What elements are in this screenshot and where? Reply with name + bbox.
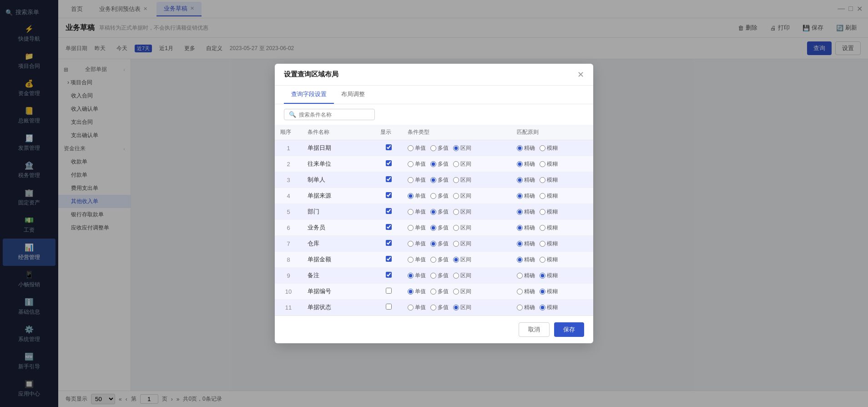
match-radio-fuzzy[interactable]: 模糊 [540, 144, 558, 152]
modal-save-button[interactable]: 保存 [554, 322, 584, 337]
cell-match[interactable]: 精确模糊 [511, 140, 593, 156]
type-radio-single[interactable]: 单值 [408, 144, 426, 152]
type-radio-range[interactable]: 区间 [453, 240, 471, 248]
cell-match[interactable]: 精确模糊 [511, 268, 593, 284]
type-radio-multi[interactable]: 多值 [430, 304, 449, 311]
type-radio-multi[interactable]: 多值 [430, 256, 449, 264]
cell-show[interactable] [375, 300, 402, 315]
show-checkbox[interactable] [386, 176, 392, 182]
show-checkbox[interactable] [386, 208, 392, 214]
type-radio-range[interactable]: 区间 [453, 144, 471, 152]
cell-match[interactable]: 精确模糊 [511, 172, 593, 188]
type-radio-multi[interactable]: 多值 [430, 176, 449, 184]
match-radio-fuzzy[interactable]: 模糊 [540, 240, 558, 248]
match-radio-fuzzy[interactable]: 模糊 [540, 176, 558, 184]
cell-type[interactable]: 单值多值区间 [402, 268, 511, 284]
type-radio-range[interactable]: 区间 [453, 256, 471, 264]
show-checkbox[interactable] [386, 240, 392, 246]
cell-show[interactable] [375, 172, 402, 188]
type-radio-multi[interactable]: 多值 [430, 192, 449, 200]
cell-show[interactable] [375, 204, 402, 220]
match-radio-exact[interactable]: 精确 [517, 304, 535, 311]
cell-show[interactable] [375, 252, 402, 268]
modal-tab-fields[interactable]: 查询字段设置 [284, 86, 334, 104]
type-radio-range[interactable]: 区间 [453, 192, 471, 200]
cell-match[interactable]: 精确模糊 [511, 188, 593, 204]
type-radio-single[interactable]: 单值 [408, 304, 426, 311]
match-radio-exact[interactable]: 精确 [517, 176, 535, 184]
cell-type[interactable]: 单值多值区间 [402, 204, 511, 220]
cell-match[interactable]: 精确模糊 [511, 300, 593, 315]
match-radio-exact[interactable]: 精确 [517, 160, 535, 168]
match-radio-exact[interactable]: 精确 [517, 192, 535, 200]
type-radio-single[interactable]: 单值 [408, 192, 426, 200]
type-radio-single[interactable]: 单值 [408, 256, 426, 264]
cell-match[interactable]: 精确模糊 [511, 284, 593, 300]
modal-cancel-button[interactable]: 取消 [519, 322, 550, 337]
type-radio-range[interactable]: 区间 [453, 272, 471, 280]
match-radio-exact[interactable]: 精确 [517, 224, 535, 232]
type-radio-single[interactable]: 单值 [408, 208, 426, 216]
type-radio-multi[interactable]: 多值 [430, 144, 449, 152]
show-checkbox[interactable] [386, 304, 392, 310]
cell-match[interactable]: 精确模糊 [511, 236, 593, 252]
cell-type[interactable]: 单值多值区间 [402, 284, 511, 300]
show-checkbox[interactable] [386, 272, 392, 278]
cell-show[interactable] [375, 220, 402, 236]
cell-match[interactable]: 精确模糊 [511, 252, 593, 268]
match-radio-fuzzy[interactable]: 模糊 [540, 256, 558, 264]
match-radio-fuzzy[interactable]: 模糊 [540, 288, 558, 295]
cell-type[interactable]: 单值多值区间 [402, 252, 511, 268]
cell-show[interactable] [375, 284, 402, 300]
type-radio-single[interactable]: 单值 [408, 288, 426, 295]
match-radio-exact[interactable]: 精确 [517, 256, 535, 264]
type-radio-multi[interactable]: 多值 [430, 224, 449, 232]
type-radio-single[interactable]: 单值 [408, 272, 426, 280]
cell-show[interactable] [375, 140, 402, 156]
modal-tab-layout[interactable]: 布局调整 [334, 86, 372, 104]
type-radio-multi[interactable]: 多值 [430, 272, 449, 280]
cell-match[interactable]: 精确模糊 [511, 156, 593, 172]
modal-search-input[interactable] [299, 112, 370, 118]
type-radio-range[interactable]: 区间 [453, 224, 471, 232]
type-radio-single[interactable]: 单值 [408, 240, 426, 248]
type-radio-single[interactable]: 单值 [408, 176, 426, 184]
cell-show[interactable] [375, 156, 402, 172]
cell-type[interactable]: 单值多值区间 [402, 172, 511, 188]
show-checkbox[interactable] [386, 256, 392, 262]
match-radio-fuzzy[interactable]: 模糊 [540, 192, 558, 200]
cell-type[interactable]: 单值多值区间 [402, 236, 511, 252]
match-radio-exact[interactable]: 精确 [517, 288, 535, 295]
type-radio-multi[interactable]: 多值 [430, 208, 449, 216]
type-radio-multi[interactable]: 多值 [430, 160, 449, 168]
match-radio-exact[interactable]: 精确 [517, 144, 535, 152]
match-radio-fuzzy[interactable]: 模糊 [540, 304, 558, 311]
type-radio-single[interactable]: 单值 [408, 160, 426, 168]
match-radio-fuzzy[interactable]: 模糊 [540, 224, 558, 232]
show-checkbox[interactable] [386, 160, 392, 166]
type-radio-range[interactable]: 区间 [453, 176, 471, 184]
match-radio-exact[interactable]: 精确 [517, 240, 535, 248]
type-radio-range[interactable]: 区间 [453, 304, 471, 311]
type-radio-multi[interactable]: 多值 [430, 240, 449, 248]
match-radio-exact[interactable]: 精确 [517, 208, 535, 216]
show-checkbox[interactable] [386, 144, 392, 150]
cell-match[interactable]: 精确模糊 [511, 204, 593, 220]
match-radio-fuzzy[interactable]: 模糊 [540, 160, 558, 168]
type-radio-single[interactable]: 单值 [408, 224, 426, 232]
type-radio-range[interactable]: 区间 [453, 208, 471, 216]
match-radio-fuzzy[interactable]: 模糊 [540, 208, 558, 216]
cell-show[interactable] [375, 236, 402, 252]
match-radio-fuzzy[interactable]: 模糊 [540, 272, 558, 280]
cell-type[interactable]: 单值多值区间 [402, 220, 511, 236]
show-checkbox[interactable] [386, 224, 392, 230]
type-radio-multi[interactable]: 多值 [430, 288, 449, 295]
type-radio-range[interactable]: 区间 [453, 288, 471, 295]
show-checkbox[interactable] [386, 288, 392, 294]
cell-match[interactable]: 精确模糊 [511, 220, 593, 236]
cell-type[interactable]: 单值多值区间 [402, 140, 511, 156]
modal-close-button[interactable]: ✕ [577, 71, 584, 79]
cell-show[interactable] [375, 188, 402, 204]
type-radio-range[interactable]: 区间 [453, 160, 471, 168]
cell-show[interactable] [375, 268, 402, 284]
